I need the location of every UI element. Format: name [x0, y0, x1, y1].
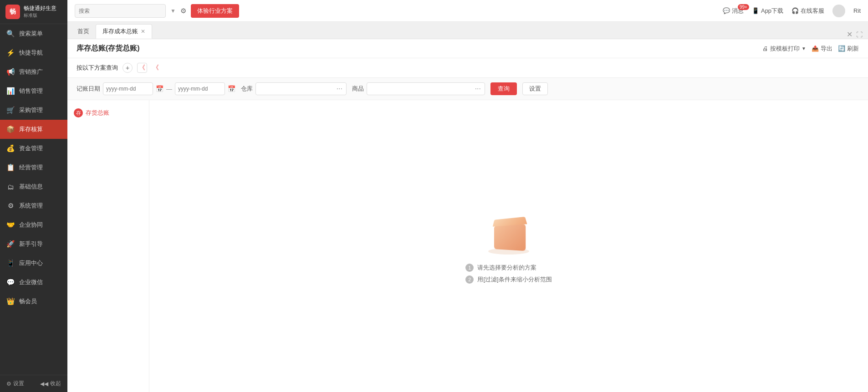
sidebar-label-search: 搜索菜单: [19, 30, 43, 38]
panel-expand-icon[interactable]: ⛶: [856, 31, 863, 38]
sidebar-item-enterprise-collab[interactable]: 🤝 企业协同: [0, 215, 67, 234]
sidebar-item-app-center[interactable]: 📱 应用中心: [0, 254, 67, 273]
filter-add-button[interactable]: +: [123, 63, 133, 73]
username-label: Rit: [853, 7, 861, 14]
wechat-icon: 💬: [6, 278, 15, 286]
chevron-down-icon[interactable]: ▼: [170, 8, 176, 14]
left-panel: 存 存货总账: [67, 100, 149, 392]
print-button[interactable]: 🖨 按模板打印 ▼: [762, 45, 806, 53]
sidebar-item-purchase[interactable]: 🛒 采购管理: [0, 101, 67, 120]
finance-icon: 💰: [6, 144, 15, 153]
sidebar-collapse-label: 收起: [50, 380, 61, 387]
marketing-icon: 📢: [6, 68, 15, 76]
sidebar-item-basic-info[interactable]: 🗂 基础信息: [0, 177, 67, 196]
export-button[interactable]: 📤 导出: [812, 45, 832, 53]
sidebar-label-marketing: 营销推广: [19, 68, 43, 76]
sidebar-item-quick-nav[interactable]: ⚡ 快捷导航: [0, 43, 67, 62]
sidebar-item-inventory[interactable]: 📦 库存核算: [0, 120, 67, 139]
calendar-to-icon[interactable]: 📅: [228, 85, 235, 92]
sidebar-scroll: 🔍 搜索菜单 ⚡ 快捷导航 📢 营销推广 📊 销售管理 🛒 采购管理 📦 库存核…: [0, 24, 67, 375]
sidebar-label-beginner: 新手引导: [19, 240, 43, 248]
date-separator: —: [166, 86, 172, 92]
basic-info-icon: 🗂: [6, 183, 15, 191]
enterprise-collab-icon: 🤝: [6, 221, 15, 229]
refresh-icon: 🔄: [838, 45, 845, 52]
topbar-gear-icon[interactable]: ⚙: [180, 7, 186, 15]
settings-button[interactable]: 设置: [522, 82, 548, 95]
app-sub: 标准版: [24, 12, 56, 19]
tab-home[interactable]: 首页: [71, 24, 96, 39]
tab-inventory-ledger[interactable]: 库存成本总账 ✕: [96, 24, 152, 39]
sidebar-label-wechat: 企业微信: [19, 278, 43, 286]
sidebar-label-enterprise-collab: 企业协同: [19, 221, 43, 229]
filter-area: 按以下方案查询 + 《 《: [67, 58, 868, 78]
purchase-icon: 🛒: [6, 106, 15, 114]
sidebar-label-inventory: 库存核算: [19, 125, 43, 133]
topbar-right: 💬 消息 99+ 📱 App下载 🎧 在线客服 Rit: [723, 5, 861, 17]
date-to-input[interactable]: [175, 82, 225, 95]
filter-label: 按以下方案查询: [77, 64, 118, 72]
message-badge: 99+: [738, 4, 749, 10]
inner-page: 库存总账(存货总账) 🖨 按模板打印 ▼ 📤 导出 🔄 刷新: [67, 39, 868, 392]
print-label: 按模板打印: [770, 45, 800, 53]
sidebar-item-operations[interactable]: 📋 经营管理: [0, 158, 67, 177]
warehouse-more-icon: ···: [337, 85, 342, 93]
page-header: 库存总账(存货总账) 🖨 按模板打印 ▼ 📤 导出 🔄 刷新: [67, 39, 868, 58]
sidebar-label-purchase: 采购管理: [19, 106, 43, 114]
settings-gear-icon: ⚙: [6, 381, 11, 387]
sidebar-item-beginner[interactable]: 🚀 新手引导: [0, 234, 67, 254]
empty-state: 1 请先选择要分析的方案 2 用[过滤]条件来缩小分析范围: [465, 209, 551, 284]
sidebar-label-finance: 资金管理: [19, 144, 43, 153]
online-service-button[interactable]: 🎧 在线客服: [791, 7, 824, 15]
calendar-from-icon[interactable]: 📅: [156, 85, 163, 92]
empty-illustration: [481, 209, 536, 255]
query-button[interactable]: 查询: [490, 82, 517, 95]
sidebar-label-operations: 经营管理: [19, 163, 43, 172]
sidebar-item-sales[interactable]: 📊 销售管理: [0, 81, 67, 101]
warehouse-field: 仓库 ···: [241, 82, 347, 95]
sidebar-logo: 畅 畅捷通好生意 标准版: [0, 0, 67, 24]
date-label: 记账日期: [77, 85, 100, 93]
sidebar-collapse[interactable]: ◀◀ 收起: [40, 380, 61, 387]
system-icon: ⚙: [6, 202, 15, 210]
date-field: 记账日期 📅 — 📅: [77, 82, 235, 95]
goods-select[interactable]: ···: [367, 82, 485, 95]
sidebar-settings[interactable]: ⚙ 设置: [6, 380, 24, 387]
scheme-item-inventory[interactable]: 存 存货总账: [67, 105, 149, 121]
date-from-input[interactable]: [103, 82, 153, 95]
filter-collapse-button[interactable]: 《: [137, 63, 147, 73]
sidebar-bottom: ⚙ 设置 ◀◀ 收起: [0, 375, 67, 392]
sidebar-label-member: 畅会员: [19, 297, 37, 305]
sidebar-item-system[interactable]: ⚙ 系统管理: [0, 196, 67, 215]
tab-close-icon[interactable]: ✕: [141, 28, 145, 35]
query-bar: 记账日期 📅 — 📅 仓库 ··· 商品: [67, 78, 868, 100]
sales-icon: 📊: [6, 87, 15, 95]
sidebar-item-marketing[interactable]: 📢 营销推广: [0, 62, 67, 81]
app-logo-icon: 畅: [5, 5, 20, 19]
page-title: 库存总账(存货总账): [77, 44, 140, 53]
app-name-block: 畅捷通好生意 标准版: [24, 5, 56, 19]
scheme-icon-char: 存: [76, 110, 81, 117]
print-chevron-icon: ▼: [802, 46, 806, 51]
sidebar-settings-label: 设置: [13, 380, 24, 387]
message-button[interactable]: 💬 消息 99+: [723, 7, 744, 15]
sidebar-item-member[interactable]: 👑 畅会员: [0, 292, 67, 311]
trial-button[interactable]: 体验行业方案: [191, 4, 239, 18]
tip-item-2: 2 用[过滤]条件来缩小分析范围: [465, 275, 551, 284]
app-download-button[interactable]: 📱 App下载: [752, 7, 783, 15]
filter-arrow-icon[interactable]: 《: [153, 64, 159, 72]
sidebar-item-wechat[interactable]: 💬 企业微信: [0, 273, 67, 292]
sidebar-item-search[interactable]: 🔍 搜索菜单: [0, 24, 67, 43]
sidebar-item-finance[interactable]: 💰 资金管理: [0, 139, 67, 158]
page-actions: 🖨 按模板打印 ▼ 📤 导出 🔄 刷新: [762, 45, 859, 53]
topbar-search-input[interactable]: [75, 4, 166, 18]
refresh-button[interactable]: 🔄 刷新: [838, 45, 859, 53]
panel-close-icon[interactable]: ✕: [847, 30, 853, 39]
headset-icon: 🎧: [791, 7, 799, 14]
topbar: ▼ ⚙ 体验行业方案 💬 消息 99+ 📱 App下载 🎧 在线客服 Rit: [67, 0, 868, 22]
scheme-item-icon: 存: [74, 108, 83, 117]
warehouse-select[interactable]: ···: [255, 82, 347, 95]
export-icon: 📤: [812, 45, 819, 52]
member-icon: 👑: [6, 297, 15, 305]
beginner-icon: 🚀: [6, 240, 15, 248]
